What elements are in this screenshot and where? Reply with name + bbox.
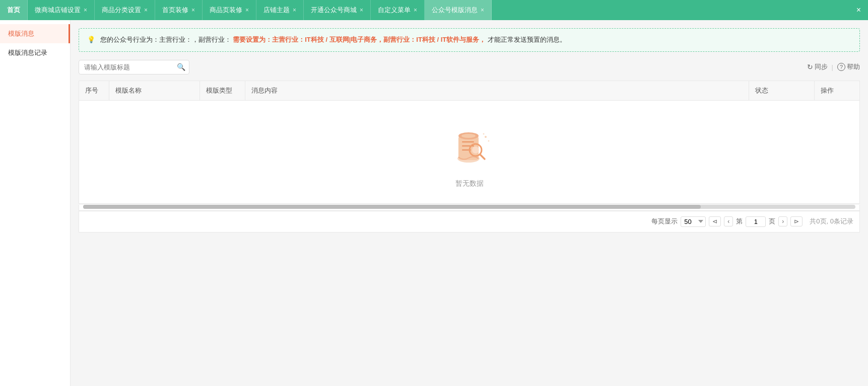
main-layout: 模版消息 模版消息记录 💡 您的公众号行业为：主营行业：，副营行业： 需要设置为… <box>0 20 868 386</box>
sidebar-item-template-message[interactable]: 模版消息 <box>0 24 70 43</box>
nav-tab-custom-menu[interactable]: 自定义菜单 × <box>371 0 425 20</box>
nav-tab-product-page-decor-label: 商品页装修 <box>210 6 242 15</box>
page-label-suffix: 页 <box>769 217 775 226</box>
sidebar-item-template-message-records-label: 模版消息记录 <box>8 49 47 56</box>
svg-point-8 <box>472 146 479 153</box>
nav-tab-product-page-decor[interactable]: 商品页装修 × <box>203 0 256 20</box>
main-content: 💡 您的公众号行业为：主营行业：，副营行业： 需要设置为：主营行业：IT科技 /… <box>71 20 868 386</box>
scrollbar-track <box>83 205 855 209</box>
empty-state-row: 暂无数据 <box>79 100 860 203</box>
nav-tab-template-message-close[interactable]: × <box>481 7 484 14</box>
nav-tab-home[interactable]: 首页 <box>0 0 28 20</box>
nav-tab-weshop-settings[interactable]: 微商城店铺设置 × <box>28 0 95 20</box>
empty-illustration <box>444 121 495 171</box>
total-records: 共0页, 0条记录 <box>810 217 853 226</box>
sync-label: 同步 <box>815 62 828 71</box>
sidebar: 模版消息 模版消息记录 <box>0 20 71 386</box>
global-close-button[interactable]: × <box>849 6 868 15</box>
search-bar: 🔍 ↻ 同步 | ? 帮助 <box>79 60 860 74</box>
data-table: 序号 模版名称 模版类型 消息内容 状态 操作 <box>79 81 860 204</box>
nav-tab-home-label: 首页 <box>7 6 20 15</box>
nav-tab-product-category-close[interactable]: × <box>144 7 148 14</box>
nav-tab-custom-menu-close[interactable]: × <box>414 7 417 14</box>
nav-tab-product-category[interactable]: 商品分类设置 × <box>95 0 155 20</box>
top-navigation: 首页 微商城店铺设置 × 商品分类设置 × 首页装修 × 商品页装修 × 店铺主… <box>0 0 868 20</box>
notice-suffix: 才能正常发送预置的消息。 <box>488 36 566 43</box>
toolbar-divider: | <box>832 63 833 71</box>
nav-tab-home-decor-label: 首页装修 <box>162 6 188 15</box>
table-header-row: 序号 模版名称 模版类型 消息内容 状态 操作 <box>79 81 860 100</box>
nav-tab-open-wechat-store-label: 开通公众号商城 <box>311 6 357 15</box>
svg-point-10 <box>485 136 487 138</box>
search-input[interactable] <box>79 60 189 74</box>
nav-tab-weshop-settings-label: 微商城店铺设置 <box>35 6 81 15</box>
svg-point-11 <box>488 140 489 141</box>
toolbar-right: ↻ 同步 | ? 帮助 <box>807 62 860 71</box>
nav-tab-store-theme-close[interactable]: × <box>293 7 296 14</box>
nav-tab-template-message[interactable]: 公众号模版消息 × <box>425 0 492 20</box>
sync-icon: ↻ <box>807 63 813 71</box>
prev-page-button[interactable]: ‹ <box>724 216 733 226</box>
notice-highlight: 需要设置为：主营行业：IT科技 / 互联网|电子商务，副营行业：IT科技 / I… <box>233 36 486 43</box>
col-content: 消息内容 <box>245 81 749 100</box>
nav-tab-open-wechat-store[interactable]: 开通公众号商城 × <box>304 0 371 20</box>
col-type: 模版类型 <box>200 81 245 100</box>
nav-tab-open-wechat-store-close[interactable]: × <box>360 7 363 14</box>
help-label: 帮助 <box>847 62 860 71</box>
page-label-prefix: 第 <box>736 217 743 226</box>
table-header: 序号 模版名称 模版类型 消息内容 状态 操作 <box>79 81 860 100</box>
sidebar-item-template-message-label: 模版消息 <box>8 30 34 37</box>
nav-tab-home-decor[interactable]: 首页装修 × <box>155 0 203 20</box>
search-input-wrapper: 🔍 <box>79 60 189 74</box>
help-icon: ? <box>837 63 845 71</box>
table-body: 暂无数据 <box>79 100 860 203</box>
pagination: 每页显示 10 20 50 100 ⊲ ‹ 第 页 › ⊳ 共0页, 0条记录 <box>79 211 860 233</box>
nav-tab-store-theme[interactable]: 店铺主题 × <box>256 0 304 20</box>
col-index: 序号 <box>79 81 109 100</box>
sync-button[interactable]: ↻ 同步 <box>807 62 828 71</box>
empty-state: 暂无数据 <box>79 101 859 203</box>
search-icon[interactable]: 🔍 <box>177 63 185 71</box>
notice-prefix: 您的公众号行业为：主营行业：，副营行业： <box>100 36 231 43</box>
svg-point-12 <box>483 133 484 134</box>
nav-tab-product-category-label: 商品分类设置 <box>102 6 141 15</box>
current-page-input[interactable] <box>746 216 766 227</box>
col-actions: 操作 <box>815 81 860 100</box>
col-status: 状态 <box>749 81 815 100</box>
page-size-select[interactable]: 10 20 50 100 <box>681 216 706 227</box>
col-name: 模版名称 <box>109 81 200 100</box>
first-page-button[interactable]: ⊲ <box>709 216 721 226</box>
notice-banner: 💡 您的公众号行业为：主营行业：，副营行业： 需要设置为：主营行业：IT科技 /… <box>79 28 860 52</box>
page-size-label: 每页显示 <box>651 217 678 226</box>
sidebar-item-template-message-records[interactable]: 模版消息记录 <box>0 43 70 62</box>
last-page-button[interactable]: ⊳ <box>790 216 803 226</box>
nav-tab-product-page-decor-close[interactable]: × <box>245 7 249 14</box>
notice-icon: 💡 <box>87 36 95 43</box>
nav-tab-home-decor-close[interactable]: × <box>191 7 195 14</box>
nav-tab-weshop-settings-close[interactable]: × <box>84 7 87 14</box>
empty-text: 暂无数据 <box>455 179 484 188</box>
next-page-button[interactable]: › <box>778 216 787 226</box>
nav-tab-template-message-label: 公众号模版消息 <box>432 6 478 15</box>
nav-tab-custom-menu-label: 自定义菜单 <box>378 6 411 15</box>
nav-tab-store-theme-label: 店铺主题 <box>263 6 290 15</box>
horizontal-scrollbar[interactable] <box>79 205 860 211</box>
help-button[interactable]: ? 帮助 <box>837 62 860 71</box>
scrollbar-thumb[interactable] <box>83 205 701 209</box>
svg-point-3 <box>461 134 476 138</box>
svg-line-9 <box>480 155 485 159</box>
